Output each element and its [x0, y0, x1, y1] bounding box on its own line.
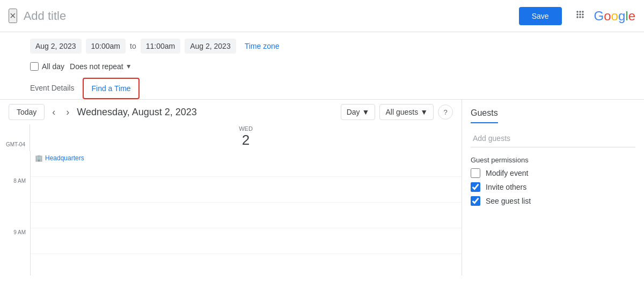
datetime-row: Aug 2, 2023 10:00am to 11:00am Aug 2, 20… — [0, 32, 644, 60]
hour-row-4 — [31, 254, 462, 275]
view-label: Day — [347, 108, 360, 116]
day-header-row: GMT-04 WED 2 — [0, 124, 462, 151]
permission-see-guest-list: See guest list — [471, 196, 635, 206]
calendar-area: Today ‹ › Wednesday, August 2, 2023 Day … — [0, 100, 462, 275]
tab-find-time[interactable]: Find a Time — [83, 78, 139, 99]
calendar-date-label: Wednesday, August 2, 2023 — [77, 107, 336, 118]
end-time-chip[interactable]: 11:00am — [141, 39, 180, 54]
hour-row-0 — [31, 151, 462, 177]
hour-row-2 — [31, 203, 462, 228]
time-label-9am-half — [0, 254, 30, 275]
modify-event-label: Modify event — [486, 169, 528, 177]
save-button[interactable]: Save — [519, 7, 562, 25]
see-guest-list-checkbox[interactable] — [471, 196, 480, 206]
calendar-scroll[interactable]: 8 AM 9 AM 10 AM 11 AM 12 PM 🏢 Headquarte… — [0, 151, 462, 275]
permission-invite-others: Invite others — [471, 182, 635, 192]
view-arrow-icon: ▼ — [362, 108, 370, 116]
allday-label: All day — [42, 62, 64, 71]
cal-inner: 8 AM 9 AM 10 AM 11 AM 12 PM 🏢 Headquarte… — [0, 151, 462, 275]
location-event[interactable]: 🏢 Headquarters — [35, 154, 84, 162]
header: × Save Google — [0, 0, 644, 32]
gutter-header: GMT-04 — [0, 124, 30, 151]
guests-select[interactable]: All guests ▼ — [379, 104, 434, 120]
guests-title: Guests — [471, 108, 498, 123]
day-num: 2 — [242, 132, 250, 148]
time-label-8am-half: 8 AM — [0, 177, 30, 203]
hour-row-1 — [31, 177, 462, 203]
title-input[interactable] — [24, 9, 519, 23]
day-name: WED — [239, 125, 253, 132]
location-label: Headquarters — [45, 154, 84, 162]
events-column: 🏢 Headquarters — [30, 151, 462, 275]
start-date-chip[interactable]: Aug 2, 2023 — [30, 39, 82, 54]
prev-button[interactable]: ‹ — [49, 105, 58, 120]
allday-checkbox-wrap[interactable]: All day — [30, 62, 64, 71]
start-time-chip[interactable]: 10:00am — [86, 39, 126, 54]
help-button[interactable]: ? — [438, 105, 453, 120]
calendar-toolbar: Today ‹ › Wednesday, August 2, 2023 Day … — [0, 100, 462, 124]
next-button[interactable]: › — [63, 105, 72, 120]
repeat-arrow-icon: ▼ — [126, 63, 132, 70]
main-content: Today ‹ › Wednesday, August 2, 2023 Day … — [0, 100, 644, 275]
apps-icon[interactable] — [575, 9, 586, 23]
add-guests-input[interactable] — [471, 130, 635, 147]
close-button[interactable]: × — [9, 9, 17, 23]
view-select[interactable]: Day ▼ — [341, 104, 376, 120]
repeat-label: Does not repeat — [70, 62, 123, 71]
end-date-chip[interactable]: Aug 2, 2023 — [185, 39, 236, 54]
guests-label: All guests — [385, 108, 418, 116]
permission-modify-event: Modify event — [471, 168, 635, 178]
to-label: to — [130, 42, 136, 50]
time-label-8am — [0, 151, 30, 177]
title-input-wrapper — [24, 9, 519, 23]
guests-arrow-icon: ▼ — [420, 108, 428, 116]
tab-event-details[interactable]: Event Details — [21, 77, 83, 100]
invite-others-checkbox[interactable] — [471, 182, 480, 192]
tabs-row: Event Details Find a Time — [0, 77, 644, 100]
today-button[interactable]: Today — [9, 104, 45, 120]
permissions-title: Guest permissions — [471, 156, 635, 164]
invite-others-label: Invite others — [486, 183, 526, 191]
timezone-link[interactable]: Time zone — [245, 42, 280, 50]
allday-checkbox[interactable] — [30, 62, 39, 71]
day-header: WED 2 — [30, 124, 462, 151]
time-label-8am-half2 — [0, 203, 30, 228]
allday-row: All day Does not repeat ▼ — [0, 60, 644, 77]
location-icon: 🏢 — [35, 154, 43, 162]
time-column: 8 AM 9 AM 10 AM 11 AM 12 PM — [0, 151, 30, 275]
repeat-select[interactable]: Does not repeat ▼ — [70, 62, 132, 71]
right-panel: Guests Guest permissions Modify event In… — [462, 100, 644, 275]
gmt-label: GMT-04 — [0, 124, 30, 147]
modify-event-checkbox[interactable] — [471, 168, 480, 178]
google-logo: Google — [594, 9, 635, 24]
time-label-9am: 9 AM — [0, 228, 30, 254]
see-guest-list-label: See guest list — [486, 197, 531, 205]
guests-section-title: Guests — [471, 108, 635, 130]
hour-row-3 — [31, 228, 462, 254]
